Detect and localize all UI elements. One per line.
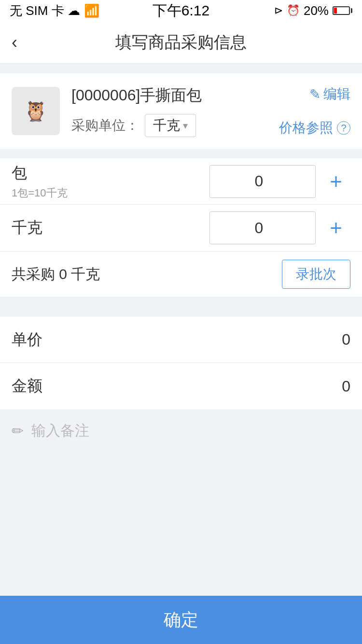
alarm-icon: ⏰ (287, 4, 300, 17)
amount-label: 金额 (12, 376, 42, 397)
chevron-down-icon: ▾ (183, 120, 188, 131)
bao-input-row: 包 1包=10千克 + (0, 158, 362, 205)
edit-button[interactable]: ✎ 编辑 (309, 85, 350, 103)
price-ref-button[interactable]: 价格参照 ? (279, 119, 350, 137)
unit-label: 采购单位： (71, 116, 139, 135)
batch-button[interactable]: 录批次 (282, 260, 350, 289)
unit-price-value: 0 (342, 331, 350, 349)
battery-icon (333, 6, 352, 15)
bao-plus-button[interactable]: + (321, 165, 350, 198)
product-image: 🦉 (12, 87, 60, 135)
battery-percent: 20% (304, 3, 329, 18)
total-row: 共采购 0 千克 录批次 (0, 251, 362, 297)
status-left: 无 SIM 卡 ☁ 📶 (10, 2, 99, 19)
unit-price-row: 单价 0 (0, 317, 362, 363)
wifi-icon: 📶 (84, 3, 99, 18)
amount-value: 0 (342, 378, 350, 395)
kg-quantity-input[interactable] (209, 211, 316, 244)
status-bar: 无 SIM 卡 ☁ 📶 下午6:12 ⊳ ⏰ 20% (0, 0, 362, 21)
unit-select[interactable]: 千克 ▾ (145, 114, 196, 137)
nav-bar: ‹ 填写商品采购信息 (0, 21, 362, 64)
section-divider-2 (0, 297, 362, 307)
product-card: 🦉 [0000006]手撕面包 采购单位： 千克 ▾ ✎ 编辑 价格参照 ? (0, 73, 362, 149)
bao-label-group: 包 1包=10千克 (12, 163, 68, 200)
kg-input-row: 千克 + (0, 205, 362, 251)
section-divider-1 (0, 149, 362, 158)
kg-plus-button[interactable]: + (321, 211, 350, 244)
kg-input-right: + (209, 211, 350, 244)
info-section: 单价 0 金额 0 (0, 317, 362, 409)
unit-price-label: 单价 (12, 329, 42, 350)
content-filler (0, 452, 362, 616)
notes-section[interactable]: ✏ 输入备注 (0, 409, 362, 452)
total-label: 共采购 0 千克 (12, 265, 100, 284)
pencil-icon: ✏ (12, 422, 24, 439)
notes-input[interactable]: 输入备注 (31, 421, 89, 441)
page-title: 填写商品采购信息 (115, 31, 247, 54)
kg-label: 千克 (12, 217, 42, 238)
product-name: [0000006]手撕面包 (71, 85, 350, 106)
bao-quantity-input[interactable] (209, 165, 316, 198)
sim-label: 无 SIM 卡 ☁ (10, 2, 80, 19)
input-section: 包 1包=10千克 + 千克 + (0, 158, 362, 251)
edit-label: 编辑 (323, 85, 350, 103)
status-right: ⊳ ⏰ 20% (274, 3, 352, 18)
back-button[interactable]: ‹ (12, 32, 17, 53)
bao-label: 包 (12, 163, 68, 184)
status-time: 下午6:12 (153, 1, 209, 21)
kg-label-group: 千克 (12, 217, 42, 238)
amount-row: 金额 0 (0, 363, 362, 409)
confirm-button[interactable]: 确定 (0, 596, 362, 644)
unit-value: 千克 (153, 116, 180, 135)
help-icon: ? (337, 121, 350, 135)
bao-input-right: + (209, 165, 350, 198)
product-logo: 🦉 (24, 100, 48, 123)
bao-sub-label: 1包=10千克 (12, 186, 68, 200)
edit-icon: ✎ (309, 86, 320, 102)
location-icon: ⊳ (274, 4, 283, 17)
price-ref-label: 价格参照 (279, 119, 333, 137)
